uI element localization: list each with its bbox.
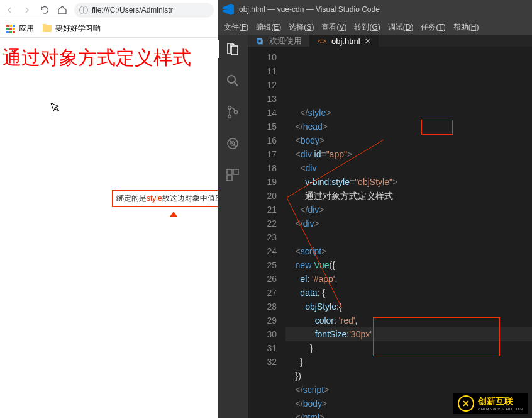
editor-tab[interactable]: ⧉欢迎使用 <box>248 35 310 47</box>
code-line[interactable]: <body> <box>285 133 532 147</box>
apps-shortcut[interactable]: 应用 <box>6 23 34 34</box>
code-line[interactable]: <script> <box>285 244 532 258</box>
vscode-logo-icon <box>223 4 234 15</box>
code-line[interactable]: </style> <box>285 106 532 120</box>
annotation-pre: 绑定的是 <box>116 194 147 203</box>
menu-item[interactable]: 任务(T) <box>418 21 448 34</box>
bookmark-item[interactable]: 要好好学习哟 <box>43 23 101 34</box>
code-line[interactable]: </div> <box>285 203 532 217</box>
close-icon[interactable]: × <box>365 36 370 46</box>
code-line[interactable]: objStyle:{ <box>285 300 532 314</box>
forward-icon[interactable] <box>21 4 33 16</box>
code-line[interactable]: new Vue({ <box>285 258 532 272</box>
vscode-window: obj.html — vue-cdn — Visual Studio Code … <box>218 0 532 418</box>
search-icon[interactable] <box>224 72 241 89</box>
code-line[interactable]: <div id="app"> <box>285 147 532 161</box>
url-text: file:///C:/Users/Administr <box>92 6 173 14</box>
code-line[interactable]: color: 'red', <box>285 314 532 327</box>
folder-icon <box>43 25 52 32</box>
svg-rect-6 <box>227 169 232 174</box>
menu-item[interactable]: 调试(D) <box>385 21 416 34</box>
menu-item[interactable]: 选择(S) <box>286 21 316 34</box>
code-line[interactable]: }) <box>285 369 532 383</box>
bookmark-label: 要好好学习哟 <box>55 23 101 34</box>
code-line[interactable]: } <box>285 341 532 355</box>
window-title: obj.html — vue-cdn — Visual Studio Code <box>239 5 527 14</box>
svg-rect-7 <box>233 169 238 174</box>
code-line[interactable]: <div <box>285 161 532 175</box>
browser-toolbar: i file:///C:/Users/Administr <box>0 0 218 20</box>
code-body[interactable]: </style> </head> <body> <div id="app"> <… <box>285 47 532 418</box>
menu-item[interactable]: 转到(G) <box>352 21 382 34</box>
bookmarks-bar: 应用 要好好学习哟 <box>0 20 218 38</box>
watermark-logo: ✕ 创新互联 CHUANG XIN HU LIAN <box>453 393 528 414</box>
code-line[interactable]: v-bind:style="objStyle"> <box>285 175 532 189</box>
watermark-text: 创新互联 <box>478 396 513 406</box>
watermark-mark-icon: ✕ <box>458 395 474 412</box>
code-line[interactable]: 通过对象方式定义样式 <box>285 189 532 203</box>
activity-bar <box>218 35 248 418</box>
vscode-icon: ⧉ <box>255 37 264 45</box>
line-gutter: 1011121314151617181920212223242526272829… <box>248 47 285 418</box>
menu-item[interactable]: 帮助(H) <box>451 21 482 34</box>
tab-label: 欢迎使用 <box>269 35 302 47</box>
titlebar[interactable]: obj.html — vue-cdn — Visual Studio Code <box>218 0 532 19</box>
svg-point-1 <box>228 106 231 110</box>
menu-item[interactable]: 文件(F) <box>221 21 251 34</box>
apps-icon <box>6 25 15 33</box>
extensions-icon[interactable] <box>224 166 241 184</box>
info-icon: i <box>79 6 88 14</box>
svg-rect-8 <box>227 176 232 181</box>
tab-label: obj.html <box>331 37 360 46</box>
code-line[interactable]: fontSize:'30px' <box>285 327 532 341</box>
back-icon[interactable] <box>4 4 15 16</box>
svg-point-3 <box>235 111 238 114</box>
watermark-sub: CHUANG XIN HU LIAN <box>478 407 523 411</box>
source-control-icon[interactable] <box>224 103 241 121</box>
annotation-keyword: style <box>147 194 162 203</box>
address-bar[interactable]: i file:///C:/Users/Administr <box>74 3 214 18</box>
menubar: 文件(F)编辑(E)选择(S)查看(V)转到(G)调试(D)任务(T)帮助(H) <box>218 19 532 35</box>
explorer-icon[interactable] <box>224 40 241 58</box>
page-heading: 通过对象方式定义样式 <box>3 45 215 71</box>
code-line[interactable]: el: '#app', <box>285 272 532 286</box>
page-content: 通过对象方式定义样式 <box>0 38 218 79</box>
apps-label: 应用 <box>19 23 34 34</box>
reload-icon[interactable] <box>39 4 50 16</box>
editor-tab[interactable]: <>obj.html× <box>310 35 379 47</box>
debug-icon[interactable] <box>224 135 241 152</box>
code-line[interactable]: } <box>285 355 532 369</box>
code-line[interactable] <box>285 230 532 244</box>
menu-item[interactable]: 编辑(E) <box>253 21 284 34</box>
html-file-icon: <> <box>318 37 326 45</box>
svg-point-0 <box>228 76 235 83</box>
editor-tabs: ⧉欢迎使用<>obj.html× <box>248 35 532 47</box>
home-icon[interactable] <box>57 4 68 16</box>
svg-point-2 <box>228 115 231 118</box>
browser-pane: i file:///C:/Users/Administr 应用 要好好学习哟 通… <box>0 0 218 418</box>
code-line[interactable]: </div> <box>285 217 532 230</box>
code-line[interactable]: </head> <box>285 120 532 133</box>
code-editor[interactable]: 1011121314151617181920212223242526272829… <box>248 47 532 418</box>
code-line[interactable]: data: { <box>285 286 532 300</box>
menu-item[interactable]: 查看(V) <box>319 21 349 34</box>
